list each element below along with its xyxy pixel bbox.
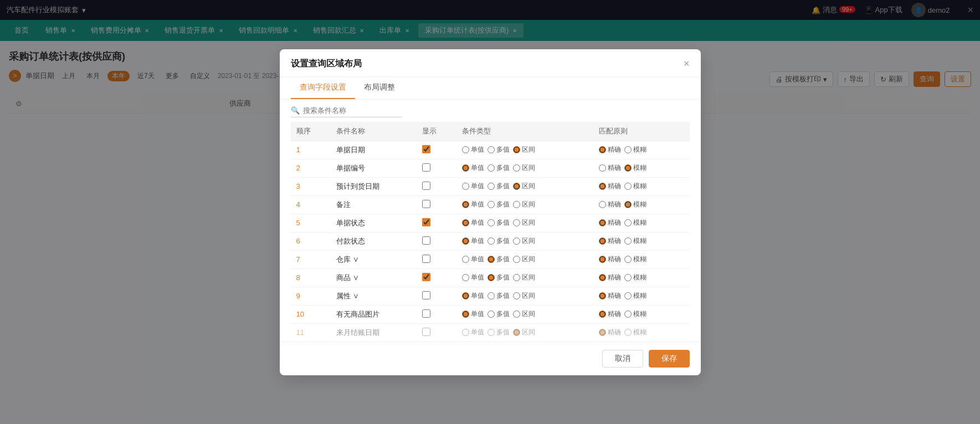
row-name: 单据状态	[331, 214, 417, 232]
row-display	[417, 250, 457, 268]
row-name: 付款状态	[331, 232, 417, 250]
row-match: 精确模糊	[593, 214, 690, 232]
display-checkbox[interactable]	[422, 255, 430, 263]
row-num: 7	[291, 250, 331, 268]
row-display	[417, 305, 457, 323]
row-num: 3	[291, 177, 331, 195]
row-name: 有无商品图片	[331, 305, 417, 323]
row-display	[417, 159, 457, 177]
modal-overlay: 设置查询区域布局 × 查询字段设置 布局调整 🔍 顺序 条件名称 显示	[0, 0, 980, 424]
row-num: 10	[291, 305, 331, 323]
row-match: 精确模糊	[593, 195, 690, 214]
row-name: 预计到货日期	[331, 177, 417, 195]
row-type: 单值多值区间	[456, 232, 593, 250]
th-type: 条件类型	[456, 122, 593, 141]
display-checkbox[interactable]	[422, 328, 430, 336]
row-display	[417, 177, 457, 195]
row-type: 单值多值区间	[456, 214, 593, 232]
dialog: 设置查询区域布局 × 查询字段设置 布局调整 🔍 顺序 条件名称 显示	[280, 49, 701, 375]
row-num: 9	[291, 287, 331, 305]
th-match: 匹配原则	[593, 122, 690, 141]
row-type: 单值多值区间	[456, 141, 593, 159]
display-checkbox[interactable]	[422, 218, 430, 226]
row-display	[417, 287, 457, 305]
search-input[interactable]	[303, 106, 392, 115]
row-match: 精确模糊	[593, 177, 690, 195]
row-match: 精确模糊	[593, 323, 690, 342]
row-num: 8	[291, 268, 331, 287]
table-row: 3预计到货日期单值多值区间精确模糊	[291, 177, 690, 195]
dialog-tabs: 查询字段设置 布局调整	[280, 77, 701, 100]
table-row: 9属性 ∨单值多值区间精确模糊	[291, 287, 690, 305]
search-icon: 🔍	[291, 106, 300, 115]
row-type: 单值多值区间	[456, 159, 593, 177]
row-num: 1	[291, 141, 331, 159]
row-match: 精确模糊	[593, 159, 690, 177]
dialog-tab-0[interactable]: 查询字段设置	[291, 77, 355, 99]
th-display: 显示	[417, 122, 457, 141]
row-name: 商品 ∨	[331, 268, 417, 287]
display-checkbox[interactable]	[422, 236, 430, 245]
dialog-search-area: 🔍	[280, 100, 701, 122]
dialog-header: 设置查询区域布局 ×	[280, 49, 701, 77]
conditions-table: 顺序 条件名称 显示 条件类型 匹配原则 1单据日期单值多值区间精确模糊2单据编…	[291, 122, 690, 342]
row-name: 备注	[331, 195, 417, 214]
table-row: 4备注单值多值区间精确模糊	[291, 195, 690, 214]
row-type: 单值多值区间	[456, 177, 593, 195]
row-num: 5	[291, 214, 331, 232]
row-num: 11	[291, 323, 331, 342]
display-checkbox[interactable]	[422, 291, 430, 299]
row-display	[417, 232, 457, 250]
th-order: 顺序	[291, 122, 331, 141]
row-display	[417, 195, 457, 214]
display-checkbox[interactable]	[422, 145, 430, 153]
table-row: 7仓库 ∨单值多值区间精确模糊	[291, 250, 690, 268]
row-type: 单值多值区间	[456, 287, 593, 305]
row-match: 精确模糊	[593, 305, 690, 323]
row-match: 精确模糊	[593, 141, 690, 159]
table-row: 5单据状态单值多值区间精确模糊	[291, 214, 690, 232]
row-type: 单值多值区间	[456, 250, 593, 268]
row-match: 精确模糊	[593, 287, 690, 305]
row-type: 单值多值区间	[456, 305, 593, 323]
table-row: 2单据编号单值多值区间精确模糊	[291, 159, 690, 177]
row-name: 来月结账日期	[331, 323, 417, 342]
table-row: 8商品 ∨单值多值区间精确模糊	[291, 268, 690, 287]
dialog-tab-1[interactable]: 布局调整	[355, 77, 404, 99]
row-match: 精确模糊	[593, 232, 690, 250]
row-name: 单据日期	[331, 141, 417, 159]
dialog-footer: 取消 保存	[280, 342, 701, 375]
row-num: 2	[291, 159, 331, 177]
row-type: 单值多值区间	[456, 268, 593, 287]
dialog-close-btn[interactable]: ×	[684, 59, 690, 69]
display-checkbox[interactable]	[422, 163, 430, 172]
dialog-body: 顺序 条件名称 显示 条件类型 匹配原则 1单据日期单值多值区间精确模糊2单据编…	[280, 122, 701, 342]
table-row: 10有无商品图片单值多值区间精确模糊	[291, 305, 690, 323]
table-row: 6付款状态单值多值区间精确模糊	[291, 232, 690, 250]
row-name: 单据编号	[331, 159, 417, 177]
search-box: 🔍	[291, 106, 402, 117]
row-num: 6	[291, 232, 331, 250]
display-checkbox[interactable]	[422, 182, 430, 190]
row-match: 精确模糊	[593, 268, 690, 287]
save-btn[interactable]: 保存	[649, 350, 690, 368]
row-name: 属性 ∨	[331, 287, 417, 305]
row-display	[417, 141, 457, 159]
display-checkbox[interactable]	[422, 309, 430, 318]
table-row: 1单据日期单值多值区间精确模糊	[291, 141, 690, 159]
row-display	[417, 323, 457, 342]
row-num: 4	[291, 195, 331, 214]
row-match: 精确模糊	[593, 250, 690, 268]
dialog-title: 设置查询区域布局	[291, 58, 362, 70]
cancel-btn[interactable]: 取消	[602, 350, 643, 368]
display-checkbox[interactable]	[422, 200, 430, 208]
th-name: 条件名称	[331, 122, 417, 141]
table-row: 11来月结账日期单值多值区间精确模糊	[291, 323, 690, 342]
row-display	[417, 268, 457, 287]
row-name: 仓库 ∨	[331, 250, 417, 268]
display-checkbox[interactable]	[422, 273, 430, 281]
row-type: 单值多值区间	[456, 195, 593, 214]
row-display	[417, 214, 457, 232]
row-type: 单值多值区间	[456, 323, 593, 342]
